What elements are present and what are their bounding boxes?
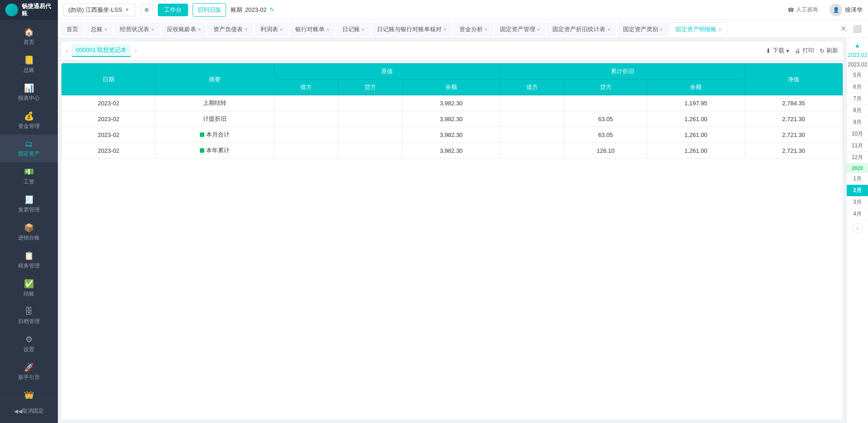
tab-item-1[interactable]: 总账× (85, 22, 113, 36)
tab-close-1[interactable]: × (104, 27, 107, 32)
tab-item-4[interactable]: 资产负债表× (208, 22, 253, 36)
tab-close-3[interactable]: × (198, 27, 201, 32)
tab-maximize-button[interactable]: ⬜ (851, 24, 863, 34)
tab-close-6[interactable]: × (326, 27, 329, 32)
sidebar-item-wages[interactable]: 💵工资 (0, 162, 58, 190)
right-panel-month[interactable]: 4月 (847, 208, 868, 220)
sidebar-item-tax[interactable]: 📋税务管理 (0, 246, 58, 274)
sidebar-item-settings[interactable]: ⚙设置 (0, 330, 58, 358)
sidebar-item-reports[interactable]: 📊报表中心 (0, 79, 58, 107)
cell-desc-1: 计提折旧 (156, 111, 274, 127)
sidebar-item-fixed-assets[interactable]: 🗂固定资产 (0, 135, 58, 162)
right-panel-up-arrow[interactable]: ▲ (853, 40, 863, 51)
sidebar-item-guide[interactable]: 🚀新手引导 (0, 358, 58, 386)
sidebar-item-sales[interactable]: 📦进销台账 (0, 218, 58, 246)
right-panel-month[interactable]: 3月 (847, 197, 868, 208)
col-sub-0: 借方 (274, 80, 338, 95)
tab-close-4[interactable]: × (245, 27, 247, 32)
right-panel-month[interactable]: 8月 (847, 105, 868, 117)
right-panel-close-button[interactable]: ○ (852, 223, 863, 234)
cell-date-3: 2023-02 (62, 143, 156, 159)
sidebar-pin-button[interactable]: ◀◀ 取消固定 (0, 404, 58, 418)
company-selector[interactable]: (勿动) 江西服坐-LSS ▼ (63, 4, 136, 16)
sidebar: 畅捷通易代账 🏠首页📒总账📊报表中心💰资金管理🗂固定资产💵工资🧾发票管理📦进销台… (0, 0, 58, 423)
period-display: 账期 2023-02 ✎ (231, 6, 274, 14)
sidebar-item-home[interactable]: 🏠首页 (0, 23, 58, 51)
tab-item-9[interactable]: 资金分析× (453, 22, 493, 36)
tab-close-2[interactable]: × (151, 27, 154, 32)
work-center-button[interactable]: 工作台 (158, 4, 188, 16)
tab-close-13[interactable]: × (718, 27, 721, 32)
tab-label-6: 银行对账单 (295, 25, 325, 33)
sub-tab-item[interactable]: 000001 联想笔记本 (71, 44, 131, 57)
right-panel-month[interactable]: 6月 (847, 81, 868, 93)
print-icon: 🖨 (795, 47, 801, 54)
right-panel-month[interactable]: 7月 (847, 93, 868, 105)
cell-lj-credit-1: 63.05 (564, 111, 647, 127)
right-panel-month[interactable]: 10月 (847, 128, 868, 140)
right-panel-month[interactable]: 2月 (847, 185, 868, 197)
tab-label-4: 资产负债表 (213, 25, 243, 33)
right-panel-month[interactable]: 1月 (847, 173, 868, 185)
tab-item-13[interactable]: 固定资产明细账× (670, 22, 727, 36)
download-button[interactable]: ⬇ 下载 ▾ (766, 47, 789, 55)
print-button[interactable]: 🖨 打印 (795, 47, 814, 55)
right-panel-month[interactable]: 11月 (847, 140, 868, 152)
right-panel-month[interactable]: 12月 (847, 152, 868, 164)
sidebar-label-ledger: 总账 (24, 66, 34, 74)
tab-item-5[interactable]: 利润表× (255, 22, 288, 36)
right-panel-month[interactable]: 5月 (847, 70, 868, 81)
service-button[interactable]: ☎ 人工咨询 (788, 6, 818, 14)
logo-text: 畅捷通易代账 (22, 3, 52, 17)
tab-label-5: 利润表 (260, 25, 278, 33)
sub-tab-next[interactable]: › (135, 47, 137, 54)
sidebar-label-funds: 资金管理 (18, 122, 40, 130)
sidebar-item-archive[interactable]: 🗄归档管理 (0, 302, 58, 330)
period-edit-icon[interactable]: ✎ (269, 6, 274, 13)
tab-item-0[interactable]: 首页 (61, 22, 84, 36)
sub-tab-prev[interactable]: ‹ (66, 47, 68, 54)
tab-close-7[interactable]: × (362, 27, 364, 32)
tab-item-7[interactable]: 日记账× (336, 22, 370, 36)
sidebar-item-ledger[interactable]: 📒总账 (0, 51, 58, 79)
tab-bar-controls: ✕ ⬜ (839, 24, 865, 34)
tab-item-2[interactable]: 经营状况表× (114, 22, 160, 36)
cell-yz-credit-2 (338, 127, 402, 143)
cell-yz-debit-1 (274, 111, 338, 127)
tab-item-6[interactable]: 银行对账单× (289, 22, 335, 36)
copy-button[interactable]: ⊕ (140, 4, 153, 15)
sidebar-item-settlement[interactable]: ✅结账 (0, 274, 58, 302)
company-name: (勿动) 江西服坐-LSS (68, 6, 122, 14)
company-dropdown-icon: ▼ (125, 7, 129, 12)
tab-close-8[interactable]: × (443, 27, 446, 32)
tab-item-8[interactable]: 日记账与银行对账单核对× (371, 22, 452, 36)
cell-date-0: 2023-02 (62, 95, 156, 111)
tab-label-12: 固定资产类别 (623, 25, 658, 33)
sidebar-item-invoices[interactable]: 🧾发票管理 (0, 190, 58, 218)
tab-label-11: 固定资产折旧统计表 (552, 25, 605, 33)
cell-yz-credit-0 (338, 95, 402, 111)
period-label: 账期 (231, 6, 242, 14)
sidebar-icon-guide: 🚀 (24, 362, 34, 372)
right-panel-period-top-1[interactable]: 2023.02 (847, 60, 868, 70)
tab-close-all-button[interactable]: ✕ (839, 24, 848, 34)
refresh-button[interactable]: ↻ 刷新 (820, 47, 838, 55)
sidebar-label-archive: 归档管理 (18, 318, 40, 325)
tab-item-10[interactable]: 固定资产管理× (494, 22, 546, 36)
sidebar-item-member[interactable]: 👑畅会员 (0, 386, 58, 399)
tab-item-12[interactable]: 固定资产类别× (617, 22, 669, 36)
old-version-button[interactable]: 切到旧版 (193, 3, 226, 17)
tab-item-11[interactable]: 固定资产折旧统计表× (547, 22, 616, 36)
col-leiji: 累计折旧 (500, 64, 745, 80)
right-panel-month[interactable]: 9月 (847, 117, 868, 128)
tab-item-3[interactable]: 应收账龄表× (161, 22, 207, 36)
tab-close-12[interactable]: × (660, 27, 663, 32)
user-menu[interactable]: 👤 徐泽华 (830, 4, 863, 16)
cell-desc-3: 本年累计 (156, 143, 274, 159)
tab-close-9[interactable]: × (485, 27, 487, 32)
tab-close-5[interactable]: × (280, 27, 283, 32)
tab-close-10[interactable]: × (537, 27, 540, 32)
right-panel-period-top-0[interactable]: 2023.02 (847, 51, 868, 60)
sidebar-item-funds[interactable]: 💰资金管理 (0, 107, 58, 135)
tab-close-11[interactable]: × (607, 27, 610, 32)
